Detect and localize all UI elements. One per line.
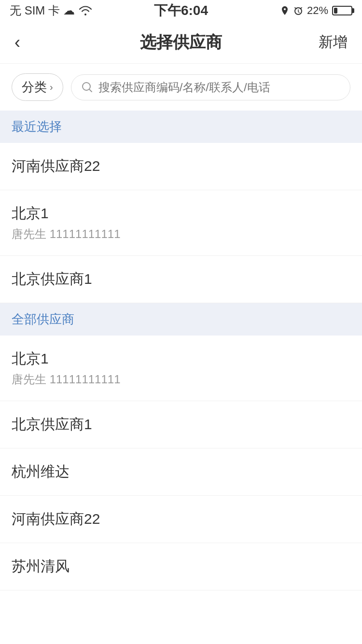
item-name: 北京供应商1 bbox=[12, 415, 350, 434]
item-name: 河南供应商22 bbox=[12, 509, 350, 529]
status-left: 无 SIM 卡 ☁ bbox=[10, 3, 92, 18]
all-list-item[interactable]: 苏州清风 bbox=[0, 543, 362, 590]
wifi-icon bbox=[79, 6, 92, 15]
all-list: 北京1唐先生 11111111111北京供应商1杭州维达河南供应商22苏州清风 bbox=[0, 336, 362, 590]
all-section-header: 全部供应商 bbox=[0, 303, 362, 336]
recent-list-item[interactable]: 北京供应商1 bbox=[0, 256, 362, 303]
item-name: 杭州维达 bbox=[12, 462, 350, 482]
page-title: 选择供应商 bbox=[140, 31, 222, 54]
status-bar: 无 SIM 卡 ☁ 下午6:04 22% bbox=[0, 0, 362, 21]
recent-list-item[interactable]: 北京1唐先生 11111111111 bbox=[0, 190, 362, 256]
recent-list-item[interactable]: 河南供应商22 bbox=[0, 143, 362, 190]
category-label: 分类 bbox=[22, 79, 47, 96]
item-sub: 唐先生 11111111111 bbox=[12, 372, 350, 387]
battery-icon bbox=[332, 6, 352, 15]
battery-percent: 22% bbox=[307, 4, 328, 17]
recent-section-header: 最近选择 bbox=[0, 111, 362, 143]
nav-bar: ‹ 选择供应商 新增 bbox=[0, 21, 362, 64]
search-icon bbox=[81, 81, 94, 94]
status-right: 22% bbox=[280, 4, 352, 17]
alarm-icon bbox=[293, 5, 303, 16]
status-time: 下午6:04 bbox=[154, 1, 208, 20]
location-icon bbox=[280, 5, 290, 16]
recent-list: 河南供应商22北京1唐先生 11111111111北京供应商1 bbox=[0, 143, 362, 303]
all-list-item[interactable]: 北京1唐先生 11111111111 bbox=[0, 336, 362, 401]
item-name: 北京1 bbox=[12, 349, 350, 369]
no-sim-label: 无 SIM 卡 ☁ bbox=[10, 3, 75, 18]
all-list-item[interactable]: 北京供应商1 bbox=[0, 401, 362, 448]
item-name: 北京供应商1 bbox=[12, 269, 350, 289]
item-name: 北京1 bbox=[12, 204, 350, 224]
all-list-item[interactable]: 杭州维达 bbox=[0, 448, 362, 496]
all-list-item[interactable]: 河南供应商22 bbox=[0, 496, 362, 543]
search-box bbox=[71, 74, 350, 100]
add-button[interactable]: 新增 bbox=[319, 32, 348, 52]
back-button[interactable]: ‹ bbox=[14, 32, 43, 53]
category-button[interactable]: 分类 › bbox=[12, 73, 63, 101]
chevron-right-icon: › bbox=[50, 82, 53, 93]
filter-bar: 分类 › bbox=[0, 64, 362, 111]
item-name: 苏州清风 bbox=[12, 557, 350, 576]
item-name: 河南供应商22 bbox=[12, 156, 350, 176]
search-input[interactable] bbox=[98, 81, 340, 94]
item-sub: 唐先生 11111111111 bbox=[12, 226, 350, 242]
